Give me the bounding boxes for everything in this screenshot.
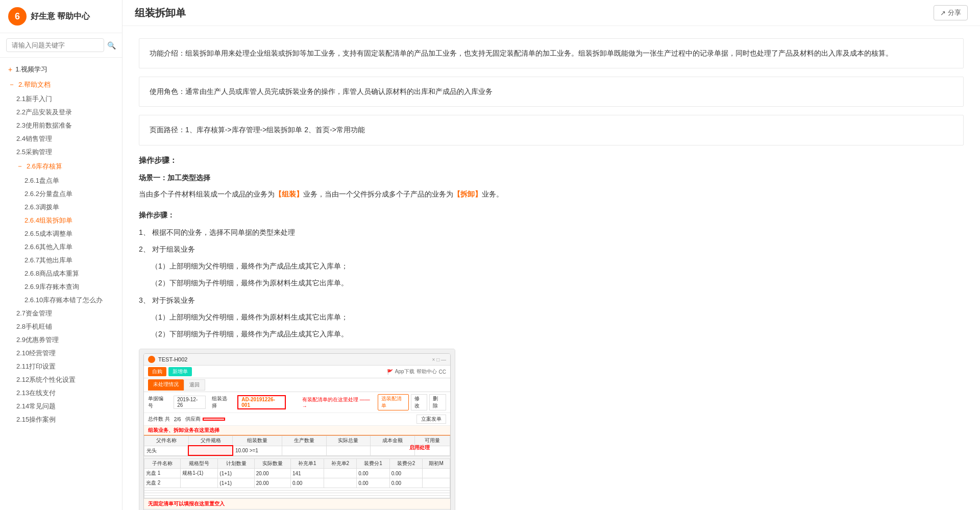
mock-action-btns: 选装配清单 修改 删除 <box>378 394 446 410</box>
sidebar-item-coupon[interactable]: 2.9优惠券管理 <box>0 333 122 347</box>
mock-table-body: 光头 10.00 >=1 <box>144 446 450 455</box>
operations-title: 操作步骤： <box>139 156 964 165</box>
table-row: 光头 10.00 >=1 <box>144 446 450 455</box>
step-3: 3、 对于拆装业务 <box>139 294 964 307</box>
mock-annotation2: 组装业务、拆卸业务在这里选择 <box>144 426 450 435</box>
sidebar-item-label: 2.帮助文档 <box>18 80 51 89</box>
step-2-text: 对于组装业务 <box>152 245 195 253</box>
sidebar-item-partial-check[interactable]: 2.6.2分量盘点单 <box>0 187 122 201</box>
sidebar-item-other-in[interactable]: 2.6.6其他入库单 <box>0 240 122 254</box>
sidebar-item-personalize[interactable]: 2.12系统个性化设置 <box>0 373 122 386</box>
sidebar-item-stock-error[interactable]: 2.6.10库存账本错了怎么办 <box>0 294 122 307</box>
table-row <box>144 496 450 498</box>
step-3-1: （1）上部明细为父件明细，最终作为原材料生成其它出库单； <box>151 311 964 324</box>
share-label: 分享 <box>948 8 961 17</box>
mock-form-row: 单据编号 2019-12-26 组装选择 AD-20191226-001 有装配… <box>144 392 450 413</box>
sidebar-item-install[interactable]: 2.2产品安装及登录 <box>0 106 122 119</box>
logo-text: 好生意 帮助中心 <box>31 11 90 22</box>
mock-form-input1: 2019-12-26 <box>174 396 206 409</box>
sidebar-item-label: 2.6库存核算 <box>27 162 62 171</box>
sidebar-item-stock-check[interactable]: 2.6.1盘点单 <box>0 174 122 187</box>
sidebar: 6 好生意 帮助中心 🔍 + 1.视频学习 － 2.帮助文档 2.1新手入门 2… <box>0 0 122 510</box>
mock-search-area: 供应商 <box>185 416 225 423</box>
step-3-text: 对于拆装业务 <box>152 296 195 304</box>
step-3-num: 3、 <box>139 296 150 304</box>
mock-help-label: 帮助中心 <box>416 368 437 375</box>
sidebar-item-stock-query[interactable]: 2.6.9库存账本查询 <box>0 280 122 294</box>
table-row: 光盘 1 规格1-(1) (1+1) 20.00 141 0.00 0.00 <box>144 469 450 478</box>
mock-btn-delete: 删除 <box>429 394 446 410</box>
sidebar-item-print[interactable]: 2.11打印设置 <box>0 360 122 373</box>
scenario1-desc: 当由多个子件材料组装成一个成品的业务为【组装】业务，当由一个父件拆分成多个子产品… <box>139 188 964 201</box>
mock-app-label: App下载 <box>395 368 414 375</box>
main-area: 组装拆卸单 ↗ 分享 功能介绍：组装拆卸单用来处理企业组装或拆卸等加工业务，支持… <box>122 0 980 510</box>
keyword-disassembly: 【拆卸】 <box>453 190 482 198</box>
sidebar-item-cost-adjust[interactable]: 2.6.5成本调整单 <box>0 227 122 240</box>
sidebar-item-other-out[interactable]: 2.6.7其他出库单 <box>0 254 122 267</box>
sidebar-item-sales[interactable]: 2.4销售管理 <box>0 132 122 145</box>
mock-navbar: 自购 新增单 🚩 App下载 帮助中心 CC <box>144 366 450 378</box>
intro-block-2: 使用角色：通常由生产人员或库管人员完成拆装业务的操作，库管人员确认原材料的出库和… <box>139 77 964 107</box>
mock-subtable-body: 光盘 1 规格1-(1) (1+1) 20.00 141 0.00 0.00 <box>144 469 450 498</box>
sidebar-item-transfer[interactable]: 2.6.3调拨单 <box>0 201 122 214</box>
page-title: 组装拆卸单 <box>135 6 186 20</box>
mock-title: TEST-H002 <box>158 356 187 362</box>
logo-icon: 6 <box>8 7 27 26</box>
sidebar-item-cost-recalc[interactable]: 2.6.8商品成本重算 <box>0 267 122 280</box>
step-2-2: （2）下部明细为子件明细，最终作为原材料生成其它出库单。 <box>151 277 964 289</box>
search-input[interactable] <box>6 38 104 52</box>
step-3-2: （2）下部明细为子件明细，最终作为产成品生成其它入库单。 <box>151 328 964 341</box>
intro-block-3: 页面路径：1、库存核算->库存管理->组装拆卸单 2、首页->常用功能 <box>139 115 964 145</box>
share-button[interactable]: ↗ 分享 <box>934 5 968 20</box>
mock-supplier-input <box>203 418 225 421</box>
sidebar-item-video[interactable]: + 1.视频学习 <box>0 62 122 77</box>
mock-subtable-area: 子件名称 规格型号 计划数量 实际数量 补充单1 补充单2 装费分1 装费分2 … <box>144 458 450 498</box>
keyword-assembly: 【组装】 <box>275 190 303 198</box>
content-area: 功能介绍：组装拆卸单用来处理企业组装或拆卸等加工业务，支持有固定装配清单的产品加… <box>122 26 980 510</box>
mock-table-area: 父件名称 父件规格 组装数量 生产数量 实际总量 成本金额 可用量 <box>144 435 450 456</box>
sidebar-item-ops[interactable]: 2.10经营管理 <box>0 347 122 360</box>
sidebar-item-label: 1.视频学习 <box>15 65 47 74</box>
mock-tabs: 未处理情况 退回 <box>144 378 450 392</box>
sidebar-item-docs[interactable]: － 2.帮助文档 <box>0 77 122 92</box>
collapse-icon: － <box>16 162 23 171</box>
sidebar-item-faq[interactable]: 2.14常见问题 <box>0 400 122 413</box>
sidebar-item-purchase[interactable]: 2.5采购管理 <box>0 145 122 159</box>
mock-form-label2: 组装选择 <box>212 395 231 409</box>
mock-count-val: 2/6 <box>174 417 181 422</box>
topbar: 组装拆卸单 ↗ 分享 <box>122 0 980 26</box>
step-1-num: 1、 <box>139 228 150 236</box>
mock-avatar: CC <box>439 369 446 375</box>
sidebar-item-mobile[interactable]: 2.8手机旺铺 <box>0 320 122 333</box>
mock-table-header: 父件名称 父件规格 组装数量 生产数量 实际总量 成本金额 可用量 <box>144 436 450 446</box>
sidebar-item-inventory[interactable]: － 2.6库存核算 <box>0 159 122 174</box>
scenario1-title: 场景一：加工类型选择 <box>139 174 964 183</box>
share-icon: ↗ <box>940 9 946 17</box>
steps-title: 操作步骤： <box>139 211 964 220</box>
intro-block-1: 功能介绍：组装拆卸单用来处理企业组装或拆卸等加工业务，支持有固定装配清单的产品加… <box>139 38 964 68</box>
expand-icon: + <box>8 65 12 74</box>
step-1: 1、 根据不同的业务，选择不同单据的类型来处理 <box>139 226 964 239</box>
mock-subtable-header-row: 启用处理 <box>144 456 450 458</box>
search-icon[interactable]: 🔍 <box>107 41 116 50</box>
intro-text-1: 功能介绍：组装拆卸单用来处理企业组装或拆卸等加工业务，支持有固定装配清单的产品加… <box>150 49 893 57</box>
mock-annotation1: 有装配清单的在这里处理 ——→ <box>302 396 372 409</box>
step-1-text: 根据不同的业务，选择不同单据的类型来处理 <box>152 228 295 236</box>
mock-nav-right: 🚩 App下载 帮助中心 CC <box>387 368 446 375</box>
sidebar-item-cases[interactable]: 2.15操作案例 <box>0 413 122 426</box>
sidebar-item-payment[interactable]: 2.13在线支付 <box>0 386 122 400</box>
sidebar-item-newbie[interactable]: 2.1新手入门 <box>0 92 122 106</box>
sidebar-item-assembly[interactable]: 2.6.4组装拆卸单 <box>0 214 122 227</box>
mock-flag-icon: 🚩 <box>387 369 393 375</box>
mock-btn-select: 选装配清单 <box>378 394 409 410</box>
mock-controls: × □ — <box>432 357 446 362</box>
step-2-1: （1）上部明细为父件明细，最终作为产成品生成其它入库单； <box>151 260 964 273</box>
mock-annotation3: 启用处理 <box>409 444 430 451</box>
step-2: 2、 对于组装业务 <box>139 243 964 256</box>
nav-list: + 1.视频学习 － 2.帮助文档 2.1新手入门 2.2产品安装及登录 2.3… <box>0 58 122 510</box>
intro-text-2: 使用角色：通常由生产人员或库管人员完成拆装业务的操作，库管人员确认原材料的出库和… <box>150 87 493 95</box>
mock-tab-return: 退回 <box>184 379 205 391</box>
mock-btn-confirm: 立案发单 <box>416 415 446 424</box>
sidebar-item-finance[interactable]: 2.7资金管理 <box>0 307 122 320</box>
sidebar-item-dataprep[interactable]: 2.3使用前数据准备 <box>0 119 122 132</box>
